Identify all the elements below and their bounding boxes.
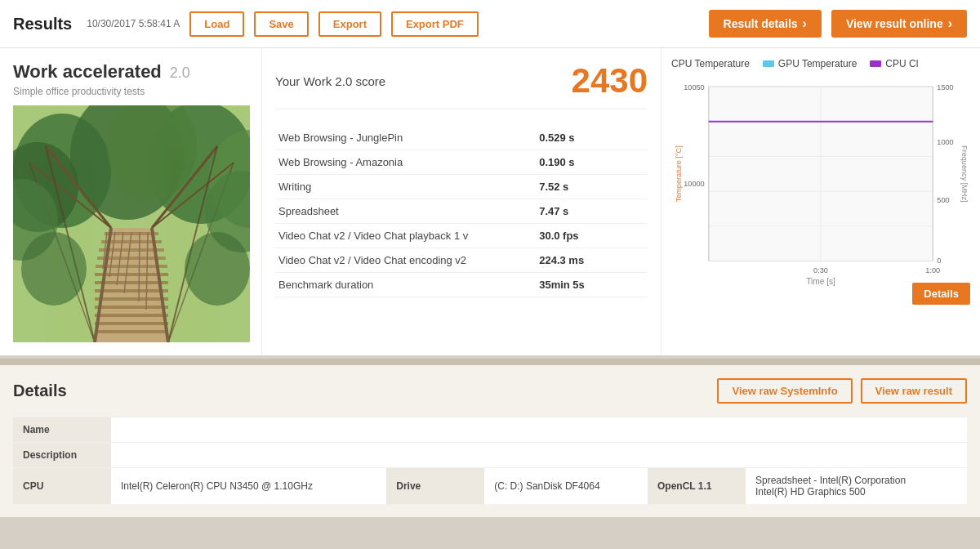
svg-text:10050: 10050 <box>684 83 704 92</box>
benchmark-title-row: Work accelerated 2.0 <box>13 61 248 83</box>
svg-text:Frequency [MHz]: Frequency [MHz] <box>960 145 969 202</box>
metric-value-4: 30.0 fps <box>536 224 648 248</box>
results-header: Results 10/30/2017 5:58:41 A Load Save E… <box>0 0 980 48</box>
view-raw-result-button[interactable]: View raw result <box>861 378 967 404</box>
details-title: Details <box>13 382 67 400</box>
score-value: 2430 <box>572 61 648 100</box>
result-details-label: Result details <box>724 17 798 30</box>
metric-label-6: Benchmark duration <box>275 273 536 297</box>
description-value <box>111 443 967 468</box>
svg-text:Temperature [°C]: Temperature [°C] <box>675 145 683 202</box>
save-button[interactable]: Save <box>254 11 308 37</box>
opencl-value: Spreadsheet - Intel(R) Corporation Intel… <box>746 468 967 505</box>
metric-value-3: 7.47 s <box>536 199 648 224</box>
score-header: Your Work 2.0 score 2430 <box>275 61 648 109</box>
chart-section: CPU Temperature GPU Temperature CPU Cl <box>662 48 980 355</box>
details-header: Details View raw SystemInfo View raw res… <box>13 378 967 404</box>
view-online-button[interactable]: View result online › <box>831 10 967 38</box>
name-row: Name <box>13 417 967 443</box>
svg-rect-15 <box>95 281 168 284</box>
name-value <box>111 417 967 443</box>
metric-label-3: Spreadsheet <box>275 199 536 224</box>
metric-label-1: Web Browsing - Amazonia <box>275 150 536 175</box>
metric-row-2: Writing 7.52 s <box>275 175 648 199</box>
metric-row-1: Web Browsing - Amazonia 0.190 s <box>275 150 648 175</box>
metric-value-2: 7.52 s <box>536 175 648 199</box>
result-details-button[interactable]: Result details › <box>709 10 822 38</box>
benchmark-section: Work accelerated 2.0 Simple office produ… <box>0 48 261 355</box>
metrics-table: Web Browsing - JunglePin 0.529 s Web Bro… <box>275 126 648 297</box>
metric-value-0: 0.529 s <box>536 126 648 150</box>
results-title: Results <box>13 15 72 33</box>
view-online-label: View result online <box>846 17 943 30</box>
svg-text:1500: 1500 <box>937 83 953 92</box>
drive-label: Drive <box>386 468 484 505</box>
benchmark-subtitle: Simple office productivity tests <box>13 86 248 97</box>
main-content: Work accelerated 2.0 Simple office produ… <box>0 48 980 359</box>
description-row: Description <box>13 443 967 468</box>
svg-text:0:30: 0:30 <box>813 266 828 274</box>
score-label: Your Work 2.0 score <box>275 74 385 88</box>
metric-row-0: Web Browsing - JunglePin 0.529 s <box>275 126 648 150</box>
name-label: Name <box>13 417 111 443</box>
benchmark-name: Work accelerated <box>13 61 162 83</box>
metric-value-6: 35min 5s <box>536 273 648 297</box>
chart-details-button[interactable]: Details <box>912 283 970 305</box>
opencl-label: OpenCL 1.1 <box>648 468 746 505</box>
separator <box>0 359 980 365</box>
chevron-right-icon-2: › <box>948 16 952 31</box>
metric-value-1: 0.190 s <box>536 150 648 175</box>
metric-label-0: Web Browsing - JunglePin <box>275 126 536 150</box>
metric-label-4: Video Chat v2 / Video Chat playback 1 v <box>275 224 536 248</box>
chart-area: 10050 10000 1500 1000 500 0 0:30 1:00 Ti… <box>671 76 970 305</box>
gpu-temp-legend-label: GPU Temperature <box>778 58 858 69</box>
svg-rect-18 <box>95 306 168 309</box>
svg-point-40 <box>21 232 87 306</box>
details-actions: View raw SystemInfo View raw result <box>717 378 967 404</box>
svg-text:10000: 10000 <box>684 180 704 188</box>
view-raw-sysinfo-button[interactable]: View raw SystemInfo <box>717 378 852 404</box>
cpu-temp-legend-label: CPU Temperature <box>671 58 750 69</box>
svg-text:Time [s]: Time [s] <box>806 277 835 286</box>
svg-rect-17 <box>95 297 168 301</box>
svg-line-36 <box>139 232 140 301</box>
metric-value-5: 224.3 ms <box>536 248 648 273</box>
details-panel: Details View raw SystemInfo View raw res… <box>0 365 980 517</box>
drive-value: (C: D:) SanDisk DF4064 <box>484 468 648 505</box>
metric-row-4: Video Chat v2 / Video Chat playback 1 v … <box>275 224 648 248</box>
cpu-cl-legend-label: CPU Cl <box>885 58 918 69</box>
gpu-temp-legend-dot <box>763 60 774 67</box>
svg-text:0: 0 <box>937 257 941 265</box>
system-info-row: CPU Intel(R) Celeron(R) CPU N3450 @ 1.10… <box>13 468 967 505</box>
results-timestamp: 10/30/2017 5:58:41 A <box>87 18 180 29</box>
temperature-chart: 10050 10000 1500 1000 500 0 0:30 1:00 Ti… <box>671 76 970 288</box>
svg-text:1000: 1000 <box>937 138 953 146</box>
benchmark-image <box>13 105 250 342</box>
benchmark-version: 2.0 <box>170 65 190 82</box>
cpu-cl-legend: CPU Cl <box>870 58 918 69</box>
svg-rect-16 <box>95 289 168 292</box>
chart-legend: CPU Temperature GPU Temperature CPU Cl <box>671 58 970 69</box>
svg-text:1:00: 1:00 <box>925 266 940 274</box>
details-table: Name Description CPU Intel(R) Celeron(R)… <box>13 417 967 504</box>
cpu-value: Intel(R) Celeron(R) CPU N3450 @ 1.10GHz <box>111 468 386 505</box>
metric-label-5: Video Chat v2 / Video Chat encoding v2 <box>275 248 536 273</box>
metric-row-6: Benchmark duration 35min 5s <box>275 273 648 297</box>
svg-point-41 <box>185 232 250 306</box>
metric-label-2: Writing <box>275 175 536 199</box>
svg-rect-21 <box>95 330 168 333</box>
metric-row-5: Video Chat v2 / Video Chat encoding v2 2… <box>275 248 648 273</box>
cpu-label: CPU <box>13 468 111 505</box>
cpu-cl-legend-dot <box>870 60 881 67</box>
chevron-right-icon: › <box>803 16 807 31</box>
score-section: Your Work 2.0 score 2430 Web Browsing - … <box>261 48 662 355</box>
gpu-temp-legend: GPU Temperature <box>763 58 858 69</box>
description-label: Description <box>13 443 111 468</box>
load-button[interactable]: Load <box>189 11 244 37</box>
svg-rect-19 <box>95 314 168 317</box>
bridge-illustration <box>13 105 250 342</box>
export-button[interactable]: Export <box>318 11 381 37</box>
metric-row-3: Spreadsheet 7.47 s <box>275 199 648 224</box>
export-pdf-button[interactable]: Export PDF <box>391 11 479 37</box>
svg-rect-20 <box>95 322 168 325</box>
